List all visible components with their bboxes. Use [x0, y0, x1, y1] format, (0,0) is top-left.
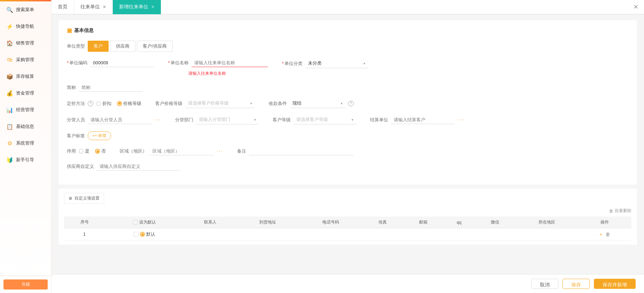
region-group: 区域（地区） ··· [120, 147, 223, 155]
disabled-yes-radio[interactable]: 是 [79, 148, 89, 154]
add-tag-icon: + [92, 133, 95, 138]
unit-type-row: 单位类型 客户 供应商 客户/供应商 [67, 41, 629, 52]
unit-name-input[interactable] [191, 59, 268, 67]
unit-code-input[interactable] [90, 59, 154, 67]
sales-icon: 🏠 [6, 40, 13, 47]
sidebar-bottom: 升级 [0, 276, 51, 293]
col-qq: qq [443, 217, 474, 228]
sidebar-item-label: 基础信息 [16, 123, 34, 130]
sidebar-item-basic[interactable]: 📋 基础信息 [0, 118, 51, 135]
department-select[interactable]: 请输入分管部门 ▾ [196, 115, 259, 124]
row-phone [299, 228, 362, 241]
price-level-label: 价格等级 [123, 100, 141, 107]
sidebar-item-quick-nav[interactable]: ⚡ 快捷导航 [0, 18, 51, 35]
pricing-discount-radio[interactable]: 折扣 [96, 100, 111, 107]
pricing-help-icon[interactable]: ? [88, 101, 93, 106]
basic-icon: 📋 [6, 123, 13, 130]
pricing-level-radio[interactable]: 价格等级 [117, 100, 141, 107]
row-qq [443, 228, 474, 241]
sidebar-item-finance[interactable]: 💰 资金管理 [0, 85, 51, 101]
contact-table: 序号 设为默认 联系人 到货地址 电话号码 传真 邮箱 qq [64, 217, 631, 241]
disabled-no-circle [95, 149, 100, 154]
save-button[interactable]: 保存 [563, 279, 590, 289]
basic-info-section: ▣ 基本信息 单位类型 客户 供应商 客户/供应商 *单位编码 [58, 20, 637, 185]
unit-category-group: *单位分类 未分类 ▾ [282, 59, 368, 68]
upgrade-button[interactable]: 升级 [3, 279, 48, 290]
row-region [515, 228, 578, 241]
col-email: 邮箱 [403, 217, 443, 228]
sidebar-item-operation[interactable]: 📊 经营管理 [0, 101, 51, 118]
col-default: 设为默认 [105, 217, 184, 228]
unit-type-supplier-btn[interactable]: 供应商 [110, 41, 135, 52]
unit-name-error: 请输入往来单位名称 [188, 71, 226, 76]
col-action: 操作 [578, 217, 631, 228]
chevron-down-icon: ▾ [352, 118, 353, 122]
sidebar-item-label: 经营管理 [16, 107, 34, 113]
add-tag-button[interactable]: + + 标签 [88, 131, 111, 140]
payment-terms-help-icon[interactable]: ? [348, 101, 354, 106]
select-all-checkbox[interactable] [133, 220, 138, 225]
settlement-unit-input[interactable] [391, 116, 455, 124]
sidebar-item-inventory[interactable]: 📦 库存核算 [0, 68, 51, 85]
delete-row-button[interactable]: 🗑 [605, 231, 610, 237]
custom-settings-button[interactable]: ⚙ 自定义项设置 [64, 193, 104, 204]
unit-type-customer-btn[interactable]: 客户 [88, 41, 109, 52]
disabled-no-radio[interactable]: 否 [95, 148, 106, 154]
short-name-input[interactable] [79, 83, 143, 92]
manager-more-btn[interactable]: ··· [155, 117, 161, 123]
price-level-radio-circle [117, 101, 122, 106]
manager-label: 分管人员 [67, 117, 85, 123]
customer-level-select[interactable]: 请选择客户等级 ▾ [293, 115, 356, 124]
section-title-icon: ▣ [67, 27, 72, 34]
settlement-unit-more-btn[interactable]: ··· [458, 117, 464, 123]
customer-level-label: 客户等级 [273, 117, 291, 123]
sidebar-item-search[interactable]: 🔍 搜索菜单 [0, 1, 51, 18]
sidebar-item-label: 销售管理 [16, 40, 34, 46]
settlement-unit-label: 结算单位 [370, 117, 388, 123]
add-row-button[interactable]: + [599, 231, 602, 237]
section-title-text: 基本信息 [74, 27, 94, 34]
row-email [403, 228, 443, 241]
tab-new-partner-close[interactable]: ✕ [151, 5, 155, 9]
disabled-label: 停用 [67, 148, 76, 154]
operation-icon: 📊 [6, 106, 13, 113]
unit-category-select[interactable]: 未分类 ▾ [305, 59, 368, 68]
region-more-btn[interactable]: ··· [217, 148, 223, 154]
cancel-button[interactable]: 取消 [531, 279, 558, 289]
sidebar-item-system[interactable]: ⚙ 系统管理 [0, 135, 51, 152]
row-checkbox[interactable] [134, 232, 139, 237]
customer-level-placeholder: 请选择客户等级 [296, 116, 328, 123]
pricing-row: 定价方法 ? 折扣 价格等级 [67, 99, 629, 108]
supplier-custom-input[interactable] [97, 162, 180, 171]
tab-new-partner[interactable]: 新增往来单位 ✕ [113, 0, 161, 14]
sidebar-item-label: 系统管理 [16, 140, 34, 146]
batch-delete-button[interactable]: 🗑 批量删除 [609, 208, 631, 214]
tab-partner[interactable]: 往来单位 ✕ [74, 0, 113, 14]
sidebar-item-purchase[interactable]: 🛍 采购管理 [0, 51, 51, 68]
tab-home[interactable]: 首页 [52, 0, 74, 14]
row-default: 默认 [105, 228, 184, 241]
col-contact: 联系人 [184, 217, 236, 228]
row-default-radio-circle [140, 232, 145, 237]
unit-code-label: *单位编码 [67, 60, 87, 66]
manager-group: 分管人员 ··· [67, 116, 161, 124]
unit-name-group: *单位名称 请输入往来单位名称 [168, 59, 268, 76]
batch-delete-label: 批量删除 [615, 208, 631, 214]
unit-code-group: *单位编码 [67, 59, 154, 67]
manager-input[interactable] [88, 116, 152, 124]
payment-terms-select[interactable]: 现结 ▾ [290, 99, 345, 108]
sidebar-item-sales[interactable]: 🏠 销售管理 [0, 35, 51, 51]
tab-partner-close[interactable]: ✕ [103, 5, 106, 9]
unit-type-both-btn[interactable]: 客户/供应商 [137, 41, 173, 52]
row-default-radio[interactable]: 默认 [140, 231, 155, 237]
sidebar-item-guide[interactable]: 🔰 新手引导 [0, 152, 51, 168]
customer-price-level-select[interactable]: 请选择客户价格等级 ▾ [185, 99, 255, 108]
unit-type-label: 单位类型 [67, 43, 85, 49]
chevron-down-icon: ▾ [363, 62, 365, 65]
save-and-new-button[interactable]: 保存并新增 [594, 279, 636, 289]
tabs-close-all[interactable]: ✕ [628, 3, 644, 11]
remark-input[interactable] [249, 147, 353, 155]
region-input[interactable] [150, 147, 214, 155]
col-address: 到货地址 [236, 217, 299, 228]
purchase-icon: 🛍 [6, 56, 13, 63]
